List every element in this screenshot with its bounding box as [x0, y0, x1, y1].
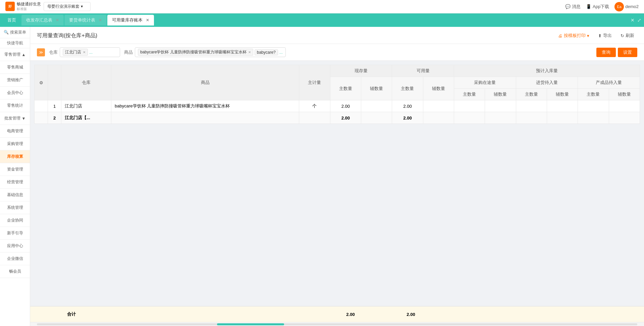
- query-button[interactable]: 查询: [596, 48, 616, 57]
- sidebar-section-enterprise: 企业协同: [0, 214, 30, 227]
- filter-product-more[interactable]: ...: [279, 50, 283, 55]
- footer-incoming-aux: [547, 309, 577, 319]
- settings-button[interactable]: 设置: [618, 48, 637, 57]
- print-icon: 🖨: [558, 33, 562, 38]
- filter-product-input[interactable]: babycare学饮杯 儿童防摔防撞吸管杯重力球吸嘴杯宝宝水杯 ✕ babyca…: [135, 47, 286, 57]
- window-expand-icon[interactable]: ⤢: [637, 17, 641, 23]
- template-print-label: 按模板打印: [564, 33, 586, 39]
- filter-bar: ≫ 仓库 江北门店 ✕ ... 商品 babycare学饮杯 儿童防摔防撞吸管杯…: [30, 44, 644, 61]
- sidebar-item-sys-mgmt-text: 系统管理: [7, 205, 23, 211]
- refresh-btn[interactable]: ↻ 刷新: [618, 31, 637, 40]
- sidebar-item-enterprise-wechat[interactable]: 企业微信: [0, 252, 30, 265]
- row2-index: 2: [48, 112, 61, 124]
- industry-label: 母婴行业演示账套: [47, 4, 79, 9]
- row1-avail-aux: [423, 100, 454, 112]
- th-gear[interactable]: ⚙: [35, 65, 48, 100]
- phone-icon: 📱: [586, 4, 591, 9]
- footer-pur-transit-aux: [486, 309, 517, 319]
- horizontal-scrollbar[interactable]: [37, 323, 637, 325]
- sidebar-item-app-center[interactable]: 应用中心: [0, 240, 30, 252]
- chevron-wholesale-icon: ▼: [22, 116, 26, 121]
- tab-orders-label: 要货单统计表: [69, 17, 95, 23]
- filter-expand-btn[interactable]: ≫: [37, 48, 45, 56]
- sidebar-quick-nav-label: 快捷导航: [7, 41, 23, 45]
- tab-home[interactable]: 首页: [3, 15, 21, 26]
- export-btn[interactable]: ⬆ 导出: [595, 31, 615, 40]
- sidebar-section-basic: 基础信息: [0, 189, 30, 201]
- filter-warehouse-label: 仓库: [49, 49, 58, 55]
- chat-icon: 💬: [565, 4, 571, 9]
- row1-current-main: 2.00: [330, 100, 361, 112]
- filter-product-tag-1-text: babycare学饮杯 儿童防摔防撞吸管杯重力球吸嘴杯宝宝水杯: [140, 49, 247, 55]
- window-close-icon[interactable]: ✕: [631, 17, 635, 23]
- sidebar-item-wholesale-mgmt-header: 批发管理 ▼: [3, 115, 27, 121]
- tab-inventory-close-icon[interactable]: ✕: [146, 18, 149, 22]
- sidebar-item-business[interactable]: 经营管理: [0, 176, 30, 188]
- page-actions: 🖨 按模板打印 ▾ ⬆ 导出 ↻ 刷新: [555, 31, 637, 40]
- row1-prod-pending-aux: [609, 100, 640, 112]
- sidebar-section-wechat: 企业微信: [0, 252, 30, 265]
- logo-text: 畅捷通好生意: [17, 2, 41, 6]
- row2-prod-pending-main: [578, 112, 609, 124]
- scroll-bar-area: [30, 322, 644, 326]
- footer-prod-pending-aux: [607, 309, 637, 319]
- sidebar-item-app-center-text: 应用中心: [7, 243, 23, 249]
- sidebar-item-inventory-mgmt[interactable]: 库存核算: [0, 150, 30, 163]
- tab-receipts-close-icon[interactable]: ✕: [56, 18, 59, 22]
- sidebar-item-members[interactable]: 会员中心: [0, 87, 30, 99]
- sidebar-item-retail-mgmt-header: 零售管理 ▲: [3, 52, 27, 57]
- sidebar-item-enterprise-collab[interactable]: 企业协同: [0, 214, 30, 227]
- sidebar-section-retail: 零售管理 ▲: [0, 48, 30, 61]
- filter-product-tag-1: babycare学饮杯 儿童防摔防撞吸管杯重力球吸嘴杯宝宝水杯 ✕: [138, 49, 253, 56]
- tab-inventory[interactable]: 可用量库存账本 ✕: [107, 15, 154, 26]
- sidebar-item-marketing[interactable]: 营销推广: [0, 74, 30, 86]
- user-area[interactable]: Ea demo2: [614, 2, 639, 11]
- filter-warehouse-tag-close-icon[interactable]: ✕: [83, 50, 86, 54]
- sidebar-section-members: 会员中心: [0, 87, 30, 99]
- sidebar-item-enterprise-collab-text: 企业协同: [7, 218, 23, 223]
- app-download-label: App下载: [593, 4, 609, 10]
- template-print-btn[interactable]: 🖨 按模板打印 ▾: [555, 31, 592, 40]
- top-bar-left: 好 畅捷通好生意 标准版 母婴行业演示账套 ▾: [5, 2, 91, 11]
- scroll-thumb[interactable]: [217, 323, 284, 325]
- filter-product-tag-1-close-icon[interactable]: ✕: [248, 50, 251, 54]
- username: demo2: [625, 4, 639, 9]
- th-current-main: 主数量: [330, 77, 361, 100]
- sidebar-section-retail-stats: 零售统计: [0, 99, 30, 112]
- export-label: 导出: [603, 33, 612, 39]
- sidebar-search[interactable]: 🔍 搜索菜单: [0, 27, 30, 38]
- footer-current-main-value: 2.00: [346, 312, 355, 317]
- sidebar-item-purchase-text: 采购管理: [7, 141, 23, 147]
- sidebar-item-retail-mall[interactable]: 零售商城: [0, 61, 30, 74]
- sidebar-item-basic-info[interactable]: 基础信息: [0, 189, 30, 201]
- chevron-down-icon: ▲: [22, 52, 26, 57]
- sidebar-item-sys-mgmt[interactable]: 系统管理: [0, 201, 30, 214]
- sidebar-item-retail-mgmt[interactable]: 零售管理 ▲: [0, 48, 30, 61]
- tab-orders-close-icon[interactable]: ✕: [99, 18, 102, 22]
- tab-receipts[interactable]: 收发存汇总表 ✕: [21, 15, 64, 26]
- sidebar-item-wholesale-mgmt[interactable]: 批发管理 ▼: [0, 112, 30, 125]
- th-prod-pending-main: 主数量: [578, 89, 609, 100]
- sidebar-item-retail-stats[interactable]: 零售统计: [0, 99, 30, 112]
- sidebar-item-purchase[interactable]: 采购管理: [0, 138, 30, 150]
- filter-warehouse-more[interactable]: ...: [89, 50, 93, 55]
- sidebar-item-vip[interactable]: 畅会员: [0, 265, 30, 278]
- app-download-btn[interactable]: 📱 App下载: [586, 4, 609, 10]
- filter-warehouse-field: 仓库 江北门店 ✕ ...: [49, 47, 120, 57]
- row2-prod-pending-aux: [609, 112, 640, 124]
- sidebar-item-finance[interactable]: 资金管理: [0, 163, 30, 176]
- th-index: [48, 65, 61, 100]
- sidebar-item-members-text: 会员中心: [7, 90, 23, 96]
- row2-current-aux: [361, 112, 392, 124]
- industry-select[interactable]: 母婴行业演示账套 ▾: [44, 2, 91, 11]
- sidebar-quick-nav[interactable]: 快捷导航: [0, 38, 30, 48]
- th-available: 可用量: [392, 65, 454, 77]
- sidebar-section-finance: 资金管理: [0, 163, 30, 176]
- filter-product-label: 商品: [124, 49, 133, 55]
- messages-btn[interactable]: 💬 消息: [565, 4, 581, 10]
- footer-incoming-main: [517, 309, 547, 319]
- sidebar-item-new-guide[interactable]: 新手引导: [0, 227, 30, 239]
- sidebar-item-ecommerce[interactable]: 电商管理: [0, 125, 30, 137]
- filter-warehouse-input[interactable]: 江北门店 ✕ ...: [60, 47, 120, 57]
- tab-orders[interactable]: 要货单统计表 ✕: [64, 15, 107, 26]
